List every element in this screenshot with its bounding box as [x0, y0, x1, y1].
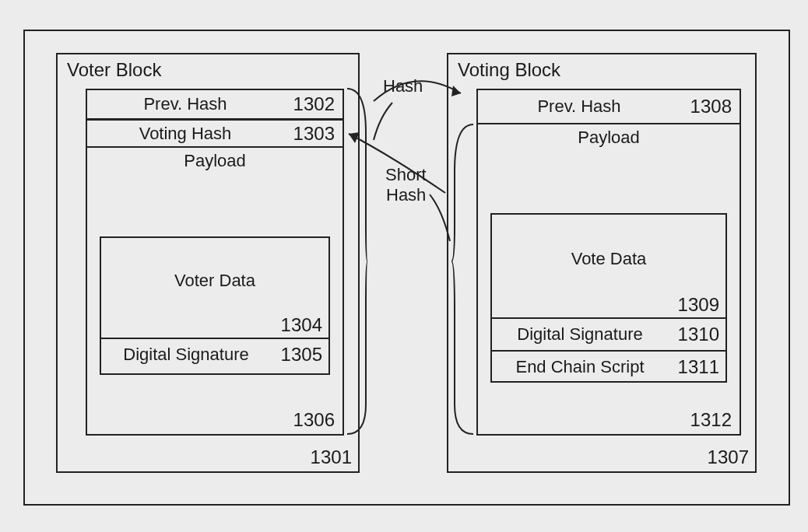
vote-data-main-label: Vote Data: [571, 249, 647, 268]
voter-block-inner: Prev. Hash 1302 Voting Hash 1303 Payload…: [86, 89, 344, 436]
voting-end-row: End Chain Script 1311: [492, 350, 725, 383]
voting-end-label: End Chain Script: [492, 357, 668, 377]
diagram-canvas: Voter Block 1301 Prev. Hash 1302 Voting …: [23, 30, 790, 506]
voter-data-main-ref: 1304: [281, 314, 322, 336]
voter-data-main-label: Voter Data: [174, 271, 255, 290]
voter-data-box: Voter Data 1304 Digital Signature 1305: [100, 236, 330, 375]
voter-voting-hash-label: Voting Hash: [87, 124, 283, 144]
voter-sig-row: Digital Signature 1305: [101, 338, 328, 370]
voting-block-inner: Prev. Hash 1308 Payload Vote Data 1309 D…: [476, 89, 741, 436]
voting-prev-hash-ref: 1308: [680, 96, 732, 117]
voter-voting-hash-ref: 1303: [283, 123, 335, 145]
hash-label-pointer: [374, 103, 392, 140]
short-hash-label-line2: Hash: [386, 185, 426, 205]
voter-block-title: Voter Block: [67, 59, 161, 81]
voting-sig-ref: 1310: [668, 324, 719, 345]
voter-payload-ref: 1306: [293, 409, 335, 431]
voting-block-title: Voting Block: [458, 59, 560, 81]
hash-label: Hash: [383, 76, 423, 96]
voter-sig-label: Digital Signature: [101, 345, 271, 365]
vote-data-main-ref: 1309: [678, 294, 719, 316]
voting-prev-hash-label: Prev. Hash: [478, 96, 680, 117]
voting-end-ref: 1311: [668, 356, 719, 378]
voter-prev-hash-label: Prev. Hash: [87, 94, 283, 114]
voting-data-box: Vote Data 1309 Digital Signature 1310 En…: [490, 213, 727, 383]
voting-payload-label: Payload: [478, 128, 739, 148]
voter-prev-hash-row: Prev. Hash 1302: [87, 90, 343, 120]
voter-sig-ref: 1305: [271, 344, 322, 366]
voter-voting-hash-row: Voting Hash 1303: [87, 118, 343, 148]
voter-block-ref: 1301: [311, 446, 352, 468]
voter-payload-label: Payload: [87, 151, 343, 171]
voting-prev-hash-row: Prev. Hash 1308: [478, 90, 739, 124]
vote-data-main: Vote Data 1309: [492, 215, 725, 317]
voter-prev-hash-ref: 1302: [283, 93, 335, 115]
voter-data-main: Voter Data 1304: [101, 238, 328, 338]
voter-block: Voter Block 1301 Prev. Hash 1302 Voting …: [56, 53, 360, 473]
voting-payload-ref: 1312: [690, 409, 732, 431]
voting-block-ref: 1307: [708, 446, 749, 468]
voting-sig-label: Digital Signature: [492, 324, 668, 345]
voting-block: Voting Block 1307 Prev. Hash 1308 Payloa…: [447, 53, 757, 473]
voting-sig-row: Digital Signature 1310: [492, 317, 725, 350]
short-hash-label-line1: Short: [385, 165, 427, 185]
